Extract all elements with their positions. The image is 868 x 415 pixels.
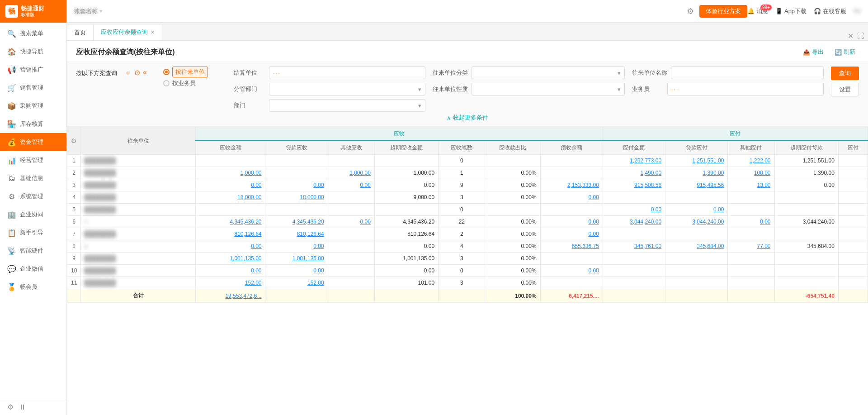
radio-salesman[interactable] xyxy=(163,80,170,86)
cell-ap-loan[interactable] xyxy=(665,277,728,289)
cell-ap-loan[interactable]: 345,684.00 xyxy=(665,240,728,253)
filter-input-partner-nature[interactable]: ▾ xyxy=(472,83,624,95)
cell-ar-amount[interactable]: 0.00 xyxy=(196,179,265,191)
export-button[interactable]: 📤 导出 xyxy=(799,46,827,58)
cell-ar-other[interactable] xyxy=(328,228,374,240)
sidebar-item-operation[interactable]: 📊 经营管理 xyxy=(0,151,66,169)
cell-ap-other[interactable]: 100.00 xyxy=(728,167,774,179)
cell-ar-other[interactable] xyxy=(328,253,374,265)
service-button[interactable]: 🎧 在线客服 xyxy=(814,7,846,15)
cell-ap-loan[interactable]: 1,251,551.00 xyxy=(665,155,728,167)
cell-ap-amount[interactable]: 3,044,240.00 xyxy=(603,216,665,228)
cell-ap-other[interactable]: 77.00 xyxy=(728,240,774,253)
cell-ap-amount[interactable]: 1,252,773.00 xyxy=(603,155,665,167)
cell-ar-prepay[interactable]: 2,153,333.00 xyxy=(540,179,603,191)
cell-ar-loan[interactable]: 4,345,436.20 xyxy=(265,216,328,228)
sidebar-item-member[interactable]: 🏅 畅会员 xyxy=(0,278,66,296)
cell-ap-amount[interactable]: 345,761.00 xyxy=(603,240,665,253)
cell-ap-loan[interactable] xyxy=(665,265,728,277)
cell-ar-other[interactable]: 1,000.00 xyxy=(328,167,374,179)
query-type-partner[interactable]: 按往来单位 xyxy=(163,67,226,77)
app-download-button[interactable]: 📱 App下载 xyxy=(775,7,807,15)
filter-input-dept[interactable]: ▾ xyxy=(269,99,425,112)
cell-ap-amount[interactable]: 1,490.00 xyxy=(603,167,665,179)
cell-ap-other[interactable] xyxy=(728,191,774,204)
cell-ap-amount[interactable]: 915,508.56 xyxy=(603,179,665,191)
cell-ar-loan[interactable]: 18,000.00 xyxy=(265,191,328,204)
sidebar-item-inventory[interactable]: 🏪 库存核算 xyxy=(0,115,66,133)
settings-bottom-icon[interactable]: ⚙ xyxy=(7,403,14,411)
query-type-salesman[interactable]: 按业务员 xyxy=(163,79,226,87)
cell-ap-other[interactable] xyxy=(728,204,774,216)
filter-input-settlement[interactable]: ··· xyxy=(269,67,425,79)
cell-ap-loan[interactable] xyxy=(665,228,728,240)
sidebar-item-basic-info[interactable]: 🗂 基础信息 xyxy=(0,169,66,187)
cell-ap-other[interactable]: 1,222.00 xyxy=(728,155,774,167)
cell-ar-loan[interactable]: 0.00 xyxy=(265,240,328,253)
topbar-settings-icon[interactable]: ⚙ xyxy=(687,6,694,16)
cell-ar-prepay[interactable]: 0.00 xyxy=(540,265,603,277)
cell-ar-other[interactable]: 0.00 xyxy=(328,216,374,228)
cell-ap-other[interactable] xyxy=(728,265,774,277)
cell-ap-amount[interactable] xyxy=(603,228,665,240)
table-area[interactable]: ⚙ 往来单位 应收 应付 应收金额 贷款应收 其他应收 超期应收金额 应收笔数 … xyxy=(67,127,868,415)
filter-input-partner-category[interactable]: ▾ xyxy=(472,67,624,79)
cell-ar-other[interactable] xyxy=(328,277,374,289)
cell-ap-loan[interactable]: 3,044,240.00 xyxy=(665,216,728,228)
cell-ar-loan[interactable] xyxy=(265,167,328,179)
cell-ar-prepay[interactable] xyxy=(540,253,603,265)
cell-ar-prepay[interactable] xyxy=(540,155,603,167)
cell-ar-amount[interactable]: 810,126.64 xyxy=(196,228,265,240)
cell-ar-other[interactable] xyxy=(328,155,374,167)
cell-ap-other[interactable]: 13.00 xyxy=(728,179,774,191)
tab-home[interactable]: 首页 xyxy=(67,24,94,40)
cell-ar-prepay[interactable] xyxy=(540,277,603,289)
collapse-icon[interactable]: ⏸ xyxy=(19,403,26,411)
cell-ap-amount[interactable] xyxy=(603,191,665,204)
cell-ar-amount[interactable]: 18,000.00 xyxy=(196,191,265,204)
cell-ar-amount[interactable]: 1,001,135.00 xyxy=(196,253,265,265)
cell-ar-other[interactable] xyxy=(328,204,374,216)
cell-ap-other[interactable] xyxy=(728,228,774,240)
cell-ar-prepay[interactable]: 655,636.75 xyxy=(540,240,603,253)
cell-ap-amount[interactable]: 0.00 xyxy=(603,204,665,216)
sidebar-item-finance[interactable]: 💰 资金管理 xyxy=(0,133,66,151)
cell-ar-prepay[interactable]: 0.00 xyxy=(540,216,603,228)
sidebar-item-system[interactable]: ⚙ 系统管理 xyxy=(0,187,66,205)
filter-input-partner-name[interactable] xyxy=(671,67,824,79)
radio-partner[interactable] xyxy=(163,69,170,75)
settings-button[interactable]: 设置 xyxy=(831,83,859,96)
cell-ap-amount[interactable] xyxy=(603,265,665,277)
cell-ar-loan[interactable]: 0.00 xyxy=(265,179,328,191)
footer-ar-total[interactable]: 19,553,472,6... xyxy=(196,289,265,303)
promo-button[interactable]: 体验行业方案 xyxy=(699,5,747,18)
message-button[interactable]: 🔔 消息 99+ xyxy=(747,7,768,15)
cell-ap-loan[interactable] xyxy=(665,191,728,204)
cell-ar-other[interactable] xyxy=(328,265,374,277)
cell-ar-amount[interactable]: 0.00 xyxy=(196,265,265,277)
cell-ap-amount[interactable] xyxy=(603,253,665,265)
sidebar-item-search[interactable]: 🔍 搜索菜单 xyxy=(0,24,66,43)
cell-ap-loan[interactable]: 915,495.56 xyxy=(665,179,728,191)
query-button[interactable]: 查询 xyxy=(831,67,859,80)
filter-input-dept-manage[interactable]: ▾ xyxy=(269,83,425,95)
collapse-more-button[interactable]: ∧ 收起更多条件 xyxy=(76,114,859,122)
cell-ar-loan[interactable]: 0.00 xyxy=(265,265,328,277)
cell-ar-loan[interactable]: 1,001,135.00 xyxy=(265,253,328,265)
cell-ap-amount[interactable] xyxy=(603,277,665,289)
table-settings-icon[interactable]: ⚙ xyxy=(71,137,77,144)
cell-ar-prepay[interactable]: 0.00 xyxy=(540,191,603,204)
sidebar-item-purchase[interactable]: 📦 采购管理 xyxy=(0,97,66,115)
cell-ap-other[interactable]: 0.00 xyxy=(728,216,774,228)
cell-ar-amount[interactable]: 152.00 xyxy=(196,277,265,289)
cell-ar-amount[interactable] xyxy=(196,155,265,167)
filter-input-salesman[interactable]: ··· xyxy=(667,83,824,95)
sidebar-item-wechat[interactable]: 💬 企业微信 xyxy=(0,260,66,278)
sidebar-item-enterprise[interactable]: 🏢 企业协同 xyxy=(0,205,66,224)
cell-ar-amount[interactable]: 1,000.00 xyxy=(196,167,265,179)
tab-ar-ap[interactable]: 应收应付余额查询 ✕ xyxy=(94,24,162,40)
sidebar-item-quick-nav[interactable]: 🏠 快捷导航 xyxy=(0,43,66,61)
tab-close-icon[interactable]: ✕ xyxy=(151,29,155,35)
cell-ar-loan[interactable]: 810,126.64 xyxy=(265,228,328,240)
sidebar-item-sales[interactable]: 🛒 销售管理 xyxy=(0,79,66,97)
